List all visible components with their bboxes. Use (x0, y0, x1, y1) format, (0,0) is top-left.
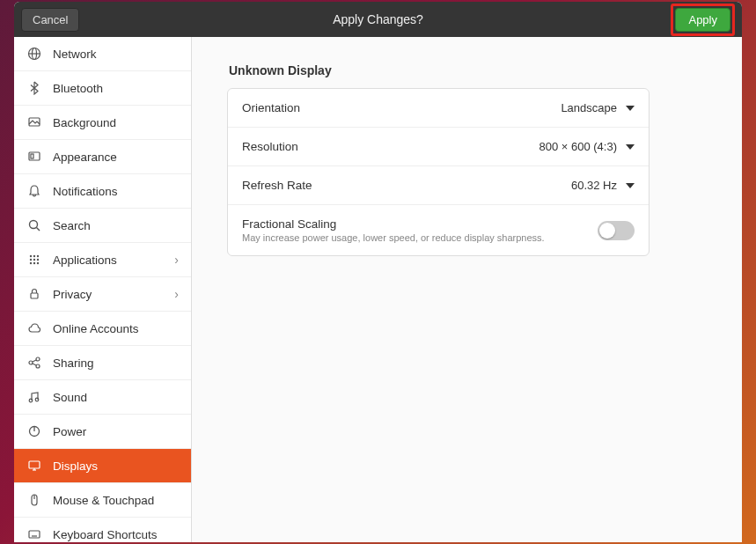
sidebar-item-displays[interactable]: Displays (14, 449, 191, 483)
sidebar-item-label: Displays (53, 459, 98, 473)
resolution-value: 800 × 600 (4:3) (539, 140, 635, 153)
orientation-label: Orientation (242, 101, 300, 114)
sidebar-item-notifications[interactable]: Notifications (14, 174, 191, 209)
svg-line-21 (33, 360, 36, 362)
scaling-row: Fractional Scaling May increase power us… (228, 205, 649, 255)
sidebar-item-label: Network (53, 48, 97, 61)
bluetooth-icon (26, 80, 42, 96)
svg-point-15 (33, 262, 35, 264)
globe-icon (26, 46, 42, 62)
svg-point-19 (36, 357, 40, 361)
sharing-icon (26, 355, 42, 371)
scaling-label: Fractional Scaling (242, 217, 545, 231)
sidebar-item-sound[interactable]: Sound (14, 380, 191, 415)
scaling-sub: May increase power usage, lower speed, o… (242, 232, 545, 243)
resolution-label: Resolution (242, 140, 298, 153)
sidebar-item-online-accounts[interactable]: Online Accounts (14, 312, 191, 346)
sidebar-item-label: Sound (53, 391, 87, 404)
sidebar-item-label: Power (53, 425, 86, 438)
orientation-value-text: Landscape (561, 101, 617, 114)
background-icon (26, 114, 42, 130)
refresh-value: 60.32 Hz (571, 179, 635, 192)
svg-point-8 (30, 255, 32, 257)
svg-line-22 (33, 364, 36, 365)
sidebar-item-sharing[interactable]: Sharing (14, 346, 191, 380)
svg-rect-5 (31, 154, 33, 158)
mouse-icon (26, 492, 42, 508)
cloud-icon (26, 320, 42, 336)
svg-rect-27 (29, 461, 40, 468)
sidebar-item-label: Keyboard Shortcuts (53, 528, 158, 541)
sidebar-item-label: Applications (53, 254, 117, 267)
svg-point-6 (30, 221, 38, 229)
music-icon (26, 389, 42, 405)
dropdown-arrow-icon (626, 144, 635, 150)
settings-window: Cancel Apply Changes? Apply Network Blue… (14, 2, 742, 542)
sidebar-item-label: Online Accounts (53, 322, 139, 335)
refresh-row[interactable]: Refresh Rate 60.32 Hz (228, 166, 649, 205)
svg-point-14 (30, 262, 32, 264)
apply-button[interactable]: Apply (675, 8, 730, 32)
sidebar: Network Bluetooth Background Appearance (14, 37, 192, 542)
cancel-button[interactable]: Cancel (21, 8, 79, 32)
grid-icon (26, 252, 42, 268)
sidebar-item-label: Bluetooth (53, 82, 103, 95)
sidebar-item-appearance[interactable]: Appearance (14, 140, 191, 174)
svg-point-12 (33, 259, 35, 261)
svg-point-23 (29, 399, 33, 402)
lock-icon (26, 286, 42, 302)
refresh-value-text: 60.32 Hz (571, 179, 617, 192)
orientation-row[interactable]: Orientation Landscape (228, 89, 649, 128)
sidebar-item-applications[interactable]: Applications › (14, 243, 191, 277)
power-icon (26, 423, 42, 439)
search-icon (26, 217, 42, 233)
orientation-value: Landscape (561, 101, 635, 114)
svg-point-20 (36, 364, 40, 368)
sidebar-item-label: Mouse & Touchpad (53, 494, 154, 507)
sidebar-item-label: Background (53, 116, 116, 129)
resolution-value-text: 800 × 600 (4:3) (539, 140, 617, 153)
main-panel: Unknown Display Orientation Landscape Re… (192, 37, 742, 542)
section-title: Unknown Display (229, 63, 707, 77)
svg-rect-32 (29, 531, 40, 538)
sidebar-item-label: Sharing (53, 357, 94, 370)
displays-icon (26, 458, 42, 474)
svg-point-16 (37, 262, 39, 264)
sidebar-item-privacy[interactable]: Privacy › (14, 277, 191, 312)
sidebar-item-search[interactable]: Search (14, 209, 191, 243)
svg-point-10 (37, 255, 39, 257)
header-bar: Cancel Apply Changes? Apply (14, 2, 742, 37)
sidebar-item-keyboard[interactable]: Keyboard Shortcuts (14, 518, 191, 542)
sidebar-item-label: Appearance (53, 151, 117, 164)
chevron-right-icon: › (174, 253, 179, 267)
bell-icon (26, 183, 42, 199)
sidebar-item-label: Privacy (53, 288, 92, 301)
sidebar-item-power[interactable]: Power (14, 415, 191, 449)
sidebar-item-mouse[interactable]: Mouse & Touchpad (14, 483, 191, 518)
scaling-switch[interactable] (598, 221, 635, 240)
svg-point-24 (35, 398, 39, 401)
appearance-icon (26, 149, 42, 165)
chevron-right-icon: › (174, 287, 179, 301)
sidebar-item-network[interactable]: Network (14, 37, 191, 71)
dropdown-arrow-icon (626, 183, 635, 188)
keyboard-icon (26, 526, 42, 542)
sidebar-item-label: Notifications (53, 185, 118, 198)
apply-highlight: Apply (671, 4, 735, 36)
sidebar-item-label: Search (53, 219, 91, 232)
refresh-label: Refresh Rate (242, 179, 312, 192)
sidebar-item-background[interactable]: Background (14, 106, 191, 140)
dropdown-arrow-icon (626, 106, 635, 111)
svg-point-9 (33, 255, 35, 257)
svg-point-13 (37, 259, 39, 261)
svg-rect-17 (31, 293, 38, 298)
resolution-row[interactable]: Resolution 800 × 600 (4:3) (228, 128, 649, 166)
svg-line-7 (37, 228, 40, 232)
svg-point-18 (29, 361, 33, 364)
header-title: Apply Changes? (14, 12, 742, 26)
content-area: Network Bluetooth Background Appearance (14, 37, 742, 542)
sidebar-item-bluetooth[interactable]: Bluetooth (14, 71, 191, 106)
display-settings-list: Orientation Landscape Resolution 800 × 6… (227, 88, 650, 256)
svg-point-11 (30, 259, 32, 261)
